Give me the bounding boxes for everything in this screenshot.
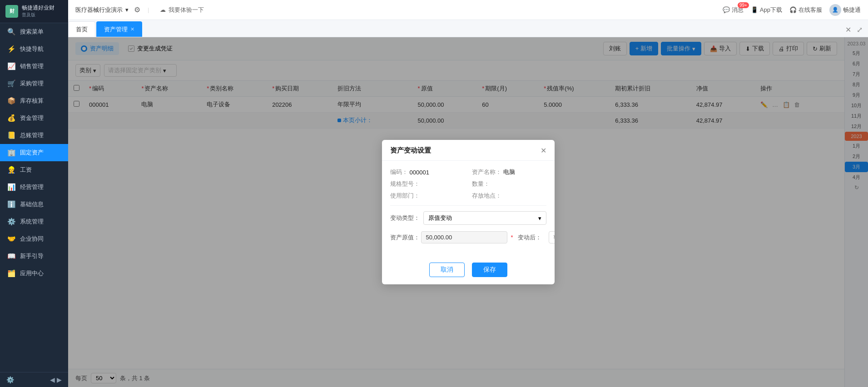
sidebar-item-guide[interactable]: 📖 新手引导 bbox=[0, 248, 68, 265]
divider: | bbox=[148, 6, 149, 13]
sidebar-header: 财 畅捷通好业财 普及版 bbox=[0, 0, 68, 23]
dialog-close-icon[interactable]: ✕ bbox=[541, 146, 546, 155]
change-type-dropdown-icon: ▾ bbox=[538, 215, 541, 222]
online-service-label: 在线客服 bbox=[799, 6, 822, 14]
sidebar-scroll: 🔍 搜索菜单 ⚡ 快捷导航 📈 销售管理 🛒 采购管理 📦 库存核算 💰 bbox=[0, 23, 68, 372]
dialog-overlay: 资产变动设置 ✕ 编码： 000001 资产名称： 电脑 bbox=[68, 37, 868, 387]
dialog-divider bbox=[390, 205, 546, 206]
salary-icon: 👷 bbox=[7, 166, 15, 174]
dialog-info-grid: 编码： 000001 资产名称： 电脑 规格型号： 数量： bbox=[390, 168, 546, 200]
sidebar-bottom: ⚙️ ◀ ▶ bbox=[0, 372, 68, 387]
purchase-icon: 🛒 bbox=[7, 79, 15, 88]
sidebar-item-label: 销售管理 bbox=[20, 62, 44, 70]
system-icon: ⚙️ bbox=[7, 218, 15, 226]
sidebar-item-label: 经营管理 bbox=[20, 183, 44, 191]
tab-close-icon[interactable]: ✕ bbox=[130, 26, 134, 32]
user-area[interactable]: 👤 畅捷通 bbox=[829, 4, 861, 16]
company-name: 医疗器械行业演示 bbox=[75, 6, 123, 14]
tabs-right: ✕ ⤢ bbox=[843, 25, 868, 37]
sidebar-item-label: 快捷导航 bbox=[20, 45, 44, 53]
sidebar-item-label: 应用中心 bbox=[20, 269, 44, 278]
sidebar-item-label: 采购管理 bbox=[20, 79, 44, 88]
tab-close-window-icon[interactable]: ✕ bbox=[843, 25, 853, 35]
sidebar-item-label: 总账管理 bbox=[20, 131, 44, 139]
sidebar-item-label: 库存核算 bbox=[20, 97, 44, 105]
asset-value-input[interactable] bbox=[421, 231, 507, 243]
after-label: 变动后： bbox=[518, 233, 545, 242]
change-type-select[interactable]: 原值变动 ▾ bbox=[423, 211, 546, 225]
after-value-input[interactable] bbox=[549, 231, 555, 243]
username: 畅捷通 bbox=[843, 6, 861, 14]
experience-btn[interactable]: ☁ 我要体验一下 bbox=[160, 6, 204, 14]
collab-icon: 🤝 bbox=[7, 235, 15, 243]
dialog-footer: 取消 保存 bbox=[382, 257, 555, 284]
change-type-value: 原值变动 bbox=[428, 214, 452, 222]
message-badge: 99+ bbox=[738, 2, 749, 8]
tab-home[interactable]: 首页 bbox=[68, 21, 95, 37]
settings-icon[interactable]: ⚙️ bbox=[6, 376, 14, 383]
app-download-btn[interactable]: 📱 App下载 bbox=[751, 6, 782, 14]
content-area: 资产明细 变更生成凭证 刘账 + 新增 批量操作 ▾ 📥 bbox=[68, 37, 868, 387]
company-selector[interactable]: 医疗器械行业演示 ▾ bbox=[75, 6, 129, 14]
experience-icon: ☁ bbox=[160, 6, 166, 13]
sidebar-item-basic-info[interactable]: ℹ️ 基础信息 bbox=[0, 196, 68, 213]
app-download-label: App下载 bbox=[760, 6, 782, 14]
inventory-icon: 📦 bbox=[7, 97, 15, 105]
message-icon: 💬 bbox=[723, 6, 730, 13]
tab-asset-management[interactable]: 资产管理 ✕ bbox=[96, 21, 142, 37]
main-area: 医疗器械行业演示 ▾ ⚙ | ☁ 我要体验一下 💬 消息 99+ 📱 App下载… bbox=[68, 0, 868, 387]
messages-btn[interactable]: 💬 消息 99+ bbox=[723, 6, 744, 14]
sidebar-item-salary[interactable]: 👷 工资 bbox=[0, 161, 68, 179]
code-value: 000001 bbox=[410, 169, 429, 176]
spec-label: 规格型号： bbox=[390, 180, 420, 188]
ledger-icon: 📒 bbox=[7, 131, 15, 139]
quantity-label: 数量： bbox=[472, 180, 490, 188]
info-asset-name: 资产名称： 电脑 bbox=[472, 168, 546, 176]
asset-value-field: 资产原值： * 变动后： bbox=[390, 231, 546, 243]
sidebar-item-purchase[interactable]: 🛒 采购管理 bbox=[0, 75, 68, 92]
online-service-btn[interactable]: 🎧 在线客服 bbox=[789, 6, 822, 14]
quicknav-icon: ⚡ bbox=[7, 45, 15, 53]
sidebar-item-label: 工资 bbox=[20, 166, 32, 174]
sidebar-item-label: 系统管理 bbox=[20, 218, 44, 226]
sidebar-item-label: 固定资产 bbox=[20, 149, 44, 157]
settings-icon[interactable]: ⚙ bbox=[134, 5, 140, 14]
sidebar-item-ledger[interactable]: 📒 总账管理 bbox=[0, 127, 68, 144]
dialog-title: 资产变动设置 bbox=[390, 146, 431, 155]
save-button[interactable]: 保存 bbox=[472, 263, 507, 277]
sidebar-item-label: 基础信息 bbox=[20, 200, 44, 208]
basic-info-icon: ℹ️ bbox=[7, 200, 15, 208]
tabs-bar: 首页 资产管理 ✕ ✕ ⤢ bbox=[68, 20, 868, 37]
tab-asset-label: 资产管理 bbox=[104, 25, 128, 34]
sidebar-item-inventory[interactable]: 📦 库存核算 bbox=[0, 92, 68, 109]
sidebar-item-search[interactable]: 🔍 搜索菜单 bbox=[0, 23, 68, 40]
tab-home-label: 首页 bbox=[76, 25, 88, 34]
app-center-icon: 🗂️ bbox=[7, 269, 15, 278]
fixed-assets-icon: 🏢 bbox=[7, 149, 15, 157]
sidebar-item-label: 企业协同 bbox=[20, 235, 44, 243]
sidebar-item-fixed-assets[interactable]: 🏢 固定资产 bbox=[0, 144, 68, 161]
asset-name-label: 资产名称： bbox=[472, 168, 501, 176]
experience-label: 我要体验一下 bbox=[169, 6, 204, 14]
sidebar-item-collab[interactable]: 🤝 企业协同 bbox=[0, 230, 68, 248]
change-type-label: 变动类型： bbox=[390, 214, 420, 222]
sidebar-item-funds[interactable]: 💰 资金管理 bbox=[0, 109, 68, 127]
sidebar-item-system[interactable]: ⚙️ 系统管理 bbox=[0, 213, 68, 230]
info-department: 使用部门： bbox=[390, 192, 465, 200]
info-code: 编码： 000001 bbox=[390, 168, 465, 176]
sidebar-item-sales[interactable]: 📈 销售管理 bbox=[0, 58, 68, 75]
sidebar-item-operations[interactable]: 📊 经营管理 bbox=[0, 179, 68, 196]
cancel-button[interactable]: 取消 bbox=[429, 263, 465, 277]
download-icon: 📱 bbox=[751, 6, 758, 13]
dialog-header: 资产变动设置 ✕ bbox=[382, 140, 555, 161]
guide-icon: 📖 bbox=[7, 252, 15, 260]
service-icon: 🎧 bbox=[789, 6, 797, 13]
code-label: 编码： bbox=[390, 168, 408, 176]
tab-expand-icon[interactable]: ⤢ bbox=[855, 25, 864, 35]
company-dropdown-icon: ▾ bbox=[125, 6, 129, 13]
sidebar-item-app-center[interactable]: 🗂️ 应用中心 bbox=[0, 265, 68, 282]
collapse-icon[interactable]: ◀ ▶ bbox=[50, 376, 62, 383]
sidebar-item-quicknav[interactable]: ⚡ 快捷导航 bbox=[0, 40, 68, 58]
info-storage: 存放地点： bbox=[472, 192, 546, 200]
info-quantity: 数量： bbox=[472, 180, 546, 188]
